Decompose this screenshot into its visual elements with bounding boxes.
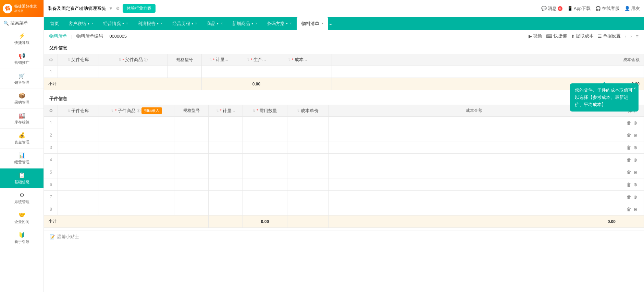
sidebar-item-finance[interactable]: 💰 资金管理 [0,129,44,149]
th-settings[interactable]: ⚙ [44,54,58,66]
child-warehouse-cell[interactable] [58,154,99,166]
nav-prev-button[interactable]: ‹ [625,34,626,39]
tab-operations-status[interactable]: 经营情况 ▾ × [98,17,133,30]
close-icon[interactable]: × [161,17,163,30]
copy-icon[interactable]: ⊕ [633,132,637,138]
child-product-cell[interactable] [99,191,174,203]
child-warehouse-cell[interactable] [58,117,99,129]
info-icon[interactable]: ⓘ [144,57,148,62]
parent-unit-cell[interactable] [202,66,236,78]
copy-icon[interactable]: ⊕ [633,145,637,150]
view-video-button[interactable]: ▶ 视频 [529,33,542,39]
tab-operations-history[interactable]: 经营历程 ▾ × [168,17,202,30]
child-spec-cell[interactable] [174,129,209,141]
delete-icon[interactable]: 🗑 [627,207,631,212]
child-unit-cell[interactable] [209,178,243,191]
tab-bom[interactable]: 物料清单 × [297,17,328,30]
parent-product-cell[interactable] [99,66,168,78]
online-service-button[interactable]: 🎧 在线客服 [595,5,620,12]
child-unit-cell[interactable] [209,191,243,203]
sidebar-item-enterprise[interactable]: 🤝 企业协同 [0,208,44,228]
close-icon[interactable]: × [195,17,197,30]
child-warehouse-cell[interactable] [58,129,99,141]
delete-icon[interactable]: 🗑 [627,194,631,200]
child-warehouse-cell[interactable] [58,178,99,191]
child-warehouse-cell[interactable] [58,203,99,215]
copy-icon[interactable]: ⊕ [633,120,637,126]
app-download-button[interactable]: 📱 App下载 [567,5,591,12]
child-unit-price-cell[interactable] [287,154,329,166]
child-unit-cell[interactable] [209,141,243,154]
settings-icon[interactable]: ⚙ [116,6,120,11]
search-menu[interactable]: 🔍 搜索菜单 [0,17,44,29]
child-product-cell[interactable] [99,178,174,191]
message-button[interactable]: 💬 消息 6 [541,5,562,12]
close-icon[interactable]: × [126,17,128,30]
extract-cost-button[interactable]: ⬆ 提取成本 [571,33,594,39]
child-qty-cell[interactable] [243,178,287,191]
child-product-cell[interactable] [99,203,174,215]
copy-icon[interactable]: ⊕ [633,194,637,200]
scan-input-button[interactable]: 扫码录入 [141,107,162,114]
child-product-cell[interactable] [99,117,174,129]
delete-icon[interactable]: 🗑 [627,120,631,126]
close-icon[interactable]: × [290,17,292,30]
sidebar-item-marketing[interactable]: 📢 营销推广 [0,49,44,69]
sidebar-item-sales[interactable]: 🛒 销售管理 [0,69,44,89]
child-spec-cell[interactable] [174,178,209,191]
tab-profit-report[interactable]: 利润报告 ▾ × [133,17,168,30]
child-unit-price-cell[interactable] [287,129,329,141]
child-unit-cell[interactable] [209,166,243,178]
tooltip-close-button[interactable]: × [634,85,636,92]
sidebar-item-basic-info[interactable]: 📋 基础信息 [0,168,44,188]
child-unit-price-cell[interactable] [287,203,329,215]
gear-icon[interactable]: ⚙ [49,57,53,62]
child-qty-cell[interactable] [243,203,287,215]
tab-products[interactable]: 商品 ▾ × [202,17,227,30]
delete-icon[interactable]: 🗑 [627,182,631,187]
child-unit-cell[interactable] [209,129,243,141]
sidebar-item-guide[interactable]: 🔰 新手引导 [0,228,44,248]
child-spec-cell[interactable] [174,166,209,178]
close-icon[interactable]: × [91,17,94,30]
child-warehouse-cell[interactable] [58,191,99,203]
parent-produce-cell[interactable] [236,66,277,78]
delete-icon[interactable]: 🗑 [627,145,631,150]
delete-icon[interactable]: 🗑 [627,157,631,163]
child-unit-cell[interactable] [209,154,243,166]
child-unit-cell[interactable] [209,203,243,215]
delete-icon[interactable]: 🗑 [627,170,631,175]
child-qty-cell[interactable] [243,141,287,154]
th-child-settings[interactable]: ⚙ [44,105,58,117]
sidebar-item-quick-nav[interactable]: ⚡ 快捷导航 [0,29,44,49]
child-product-cell[interactable] [99,141,174,154]
tab-customer[interactable]: 客户联络 ▾ × [64,17,98,30]
child-unit-price-cell[interactable] [287,141,329,154]
child-unit-price-cell[interactable] [287,178,329,191]
parent-cost-cell[interactable] [277,66,318,78]
child-warehouse-cell[interactable] [58,141,99,154]
child-qty-cell[interactable] [243,154,287,166]
close-icon[interactable]: × [255,17,257,30]
table-view-button[interactable]: ≡ [636,34,639,39]
tab-home[interactable]: 首页 [45,17,64,30]
child-unit-cell[interactable] [209,117,243,129]
shortcut-button[interactable]: ⌨ 快捷键 [546,33,567,39]
sidebar-item-purchase[interactable]: 📦 采购管理 [0,89,44,109]
copy-icon[interactable]: ⊕ [633,170,637,175]
child-product-cell[interactable] [99,166,174,178]
tab-barcode[interactable]: 条码方案 ▾ × [262,17,297,30]
user-avatar[interactable]: 👤 用友 [624,5,640,12]
child-spec-cell[interactable] [174,117,209,129]
single-settings-button[interactable]: ☰ 单据设置 [598,33,621,39]
sidebar-item-operations[interactable]: 📊 经营管理 [0,149,44,168]
breadcrumb[interactable]: 物料清单 [49,33,67,39]
sidebar-item-system[interactable]: ⚙ 系统管理 [0,188,44,208]
close-all-tabs[interactable]: ≡ [330,22,332,26]
tab-new-product[interactable]: 新增商品 ▾ × [227,17,262,30]
close-icon[interactable]: × [321,17,323,30]
child-qty-cell[interactable] [243,117,287,129]
child-spec-cell[interactable] [174,154,209,166]
parent-spec-cell[interactable] [168,66,202,78]
child-qty-cell[interactable] [243,191,287,203]
